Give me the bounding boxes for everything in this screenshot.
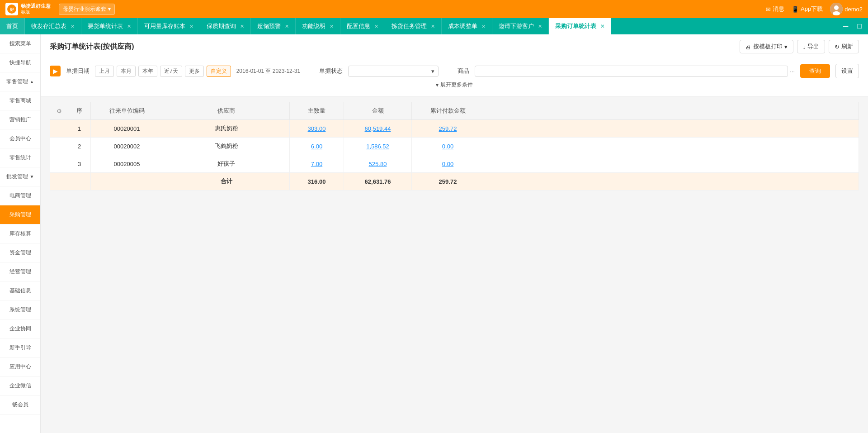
sidebar-item-enterprise-collab[interactable]: 企业协同 <box>0 319 40 338</box>
sidebar-item-system-mgmt[interactable]: 系统管理 <box>0 300 40 319</box>
filter-date-this-year[interactable]: 本年 <box>138 66 157 77</box>
tab-warranty[interactable]: 保质期查询 ✕ <box>200 18 251 34</box>
filter-date-custom-badge: 自定义 <box>207 66 231 77</box>
sidebar-item-retail-mgmt[interactable]: 零售管理 ▲ <box>0 72 40 91</box>
close-icon[interactable]: ✕ <box>71 24 75 29</box>
sidebar-item-quick-nav[interactable]: 快捷导航 <box>0 53 40 72</box>
chevron-up-icon: ▲ <box>30 79 34 84</box>
filter-collapse-button[interactable]: ▶ <box>50 66 61 76</box>
page-actions: 🖨 按模板打印 ▾ ↓ 导出 ↻ 刷新 <box>740 40 859 53</box>
filter-date-more[interactable]: 更多 <box>185 66 204 77</box>
sidebar-item-app-center[interactable]: 应用中心 <box>0 357 40 376</box>
logo-text: 畅捷通好生意 标版 <box>21 3 51 14</box>
sidebar-item-basic-info[interactable]: 基础信息 <box>0 281 40 300</box>
footer-label: 合计 <box>163 173 290 190</box>
tab-overstock[interactable]: 超储预警 ✕ <box>251 18 296 34</box>
sidebar: 搜索菜单 快捷导航 零售管理 ▲ 零售商城 营销推广 会员中心 零售统计 批发管… <box>0 34 41 433</box>
main-content: 采购订单统计表(按供应商) 🖨 按模板打印 ▾ ↓ 导出 ↻ 刷新 <box>41 34 868 433</box>
export-icon: ↓ <box>803 43 806 50</box>
close-icon[interactable]: ✕ <box>330 24 334 29</box>
close-icon[interactable]: ✕ <box>538 24 542 29</box>
sidebar-item-finance-mgmt[interactable]: 资金管理 <box>0 243 40 262</box>
data-table: ⚙ 序 往来单位编码 供应商 主数量 金额 累计付款金额 1 00020001 <box>50 102 859 190</box>
settings-icon[interactable]: ⚙ <box>57 108 62 114</box>
maximize-button[interactable]: □ <box>854 21 864 31</box>
tab-config-info[interactable]: 配置信息 ✕ <box>340 18 385 34</box>
chevron-down-icon: ▾ <box>784 43 788 50</box>
tab-purchase-summary[interactable]: 采购订单统计表 ✕ <box>549 18 611 34</box>
page-title: 采购订单统计表(按供应商) <box>50 42 134 52</box>
close-icon[interactable]: ✕ <box>374 24 378 29</box>
sidebar-item-member-center[interactable]: 会员中心 <box>0 129 40 148</box>
close-icon[interactable]: ✕ <box>285 24 289 29</box>
table-row[interactable]: 2 00020002 飞鹤奶粉 6.00 1,586.52 0.00 <box>50 138 859 155</box>
layout: 搜索菜单 快捷导航 零售管理 ▲ 零售商城 营销推广 会员中心 零售统计 批发管… <box>0 34 868 433</box>
col-header-settings[interactable]: ⚙ <box>50 102 68 120</box>
filter-date-this-month[interactable]: 本月 <box>117 66 136 77</box>
goods-filter-input[interactable] <box>475 66 788 77</box>
template-print-button[interactable]: 🖨 按模板打印 ▾ <box>740 40 793 53</box>
minimize-button[interactable]: ─ <box>840 21 851 31</box>
filter-date-range-text: 2016-01-01 至 2023-12-31 <box>236 67 300 75</box>
printer-icon: 🖨 <box>745 43 751 50</box>
expand-more-button[interactable]: ▾ 展开更多条件 <box>50 78 859 91</box>
filter-status-select[interactable]: ▾ <box>348 66 439 77</box>
sidebar-item-vip-member[interactable]: 畅会员 <box>0 395 40 414</box>
table-container: ⚙ 序 往来单位编码 供应商 主数量 金额 累计付款金额 1 00020001 <box>41 96 868 433</box>
refresh-button[interactable]: ↻ 刷新 <box>829 40 859 53</box>
setting-button[interactable]: 设置 <box>835 64 859 78</box>
top-bar-right: ✉ 消息 📱 App下载 demo2 <box>766 3 863 15</box>
tab-home[interactable]: 首页 <box>0 18 25 34</box>
top-bar: 好 畅捷通好生意 标版 母婴行业演示账套 ▾ ✉ 消息 📱 App下载 demo… <box>0 0 868 18</box>
col-header-extra <box>484 102 859 120</box>
sidebar-item-operation-mgmt[interactable]: 经营管理 <box>0 262 40 281</box>
table-footer-row: 合计 316.00 62,631.76 259.72 <box>50 173 859 190</box>
tab-order-summary[interactable]: 要货单统计表 ✕ <box>81 18 138 34</box>
user-profile-button[interactable]: demo2 <box>830 3 863 15</box>
sidebar-item-wholesale-mgmt[interactable]: 批发管理 ▼ <box>0 167 40 186</box>
close-icon[interactable]: ✕ <box>600 24 604 29</box>
message-icon: ✉ <box>766 6 771 13</box>
nav-tabs: 首页 收发存汇总表 ✕ 要货单统计表 ✕ 可用量库存账本 ✕ 保质期查询 ✕ 超… <box>0 18 868 34</box>
filter-date-7days[interactable]: 近7天 <box>160 66 182 77</box>
chevron-down-icon: ▾ <box>436 82 439 88</box>
sidebar-item-ecommerce[interactable]: 电商管理 <box>0 186 40 205</box>
sidebar-item-search[interactable]: 搜索菜单 <box>0 34 40 53</box>
table-row[interactable]: 1 00020001 惠氏奶粉 303.00 60,519.44 259.72 <box>50 120 859 138</box>
arrow-right-icon: ▶ <box>53 67 58 75</box>
date-filter-label: 单据日期 <box>66 67 90 75</box>
close-icon[interactable]: ✕ <box>127 24 131 29</box>
sidebar-item-enterprise-wechat[interactable]: 企业微信 <box>0 376 40 395</box>
tab-function-desc[interactable]: 功能说明 ✕ <box>296 18 340 34</box>
tab-pick-task[interactable]: 拣货任务管理 ✕ <box>385 18 442 34</box>
sidebar-item-purchase-mgmt[interactable]: 采购管理 <box>0 205 40 224</box>
sidebar-item-stock-check[interactable]: 库存核算 <box>0 224 40 243</box>
message-button[interactable]: ✉ 消息 <box>766 5 784 13</box>
sidebar-item-marketing[interactable]: 营销推广 <box>0 110 40 129</box>
avatar <box>830 3 843 15</box>
tab-collect-pay[interactable]: 收发存汇总表 ✕ <box>25 18 81 34</box>
close-icon[interactable]: ✕ <box>481 24 486 29</box>
close-icon[interactable]: ✕ <box>189 24 193 29</box>
ellipsis-icon[interactable]: ··· <box>790 68 795 75</box>
sidebar-item-new-guide[interactable]: 新手引导 <box>0 338 40 357</box>
logo-area: 好 畅捷通好生意 标版 <box>5 3 51 15</box>
footer-amount: 62,631.76 <box>344 173 412 190</box>
col-header-supplier: 供应商 <box>163 102 290 120</box>
refresh-icon: ↻ <box>835 43 840 50</box>
close-icon[interactable]: ✕ <box>431 24 435 29</box>
app-download-button[interactable]: 📱 App下载 <box>792 5 823 13</box>
export-button[interactable]: ↓ 导出 <box>797 40 826 53</box>
search-button[interactable]: 查询 <box>800 64 830 78</box>
svg-point-3 <box>834 5 839 10</box>
workspace-selector[interactable]: 母婴行业演示账套 ▾ <box>59 4 115 15</box>
sidebar-item-retail-shop[interactable]: 零售商城 <box>0 91 40 110</box>
filter-row: ▶ 单据日期 上月 本月 本年 近7天 更多 自定义 2016-01-01 至 … <box>50 64 859 78</box>
tab-invite-downstream[interactable]: 邀请下游客户 ✕ <box>492 18 549 34</box>
tab-available-stock[interactable]: 可用量库存账本 ✕ <box>138 18 200 34</box>
tab-cost-adjust[interactable]: 成本调整单 ✕ <box>442 18 492 34</box>
filter-date-last-month[interactable]: 上月 <box>95 66 114 77</box>
close-icon[interactable]: ✕ <box>240 24 244 29</box>
table-row[interactable]: 3 00020005 好孩子 7.00 525.80 0.00 <box>50 155 859 173</box>
sidebar-item-retail-stats[interactable]: 零售统计 <box>0 148 40 167</box>
